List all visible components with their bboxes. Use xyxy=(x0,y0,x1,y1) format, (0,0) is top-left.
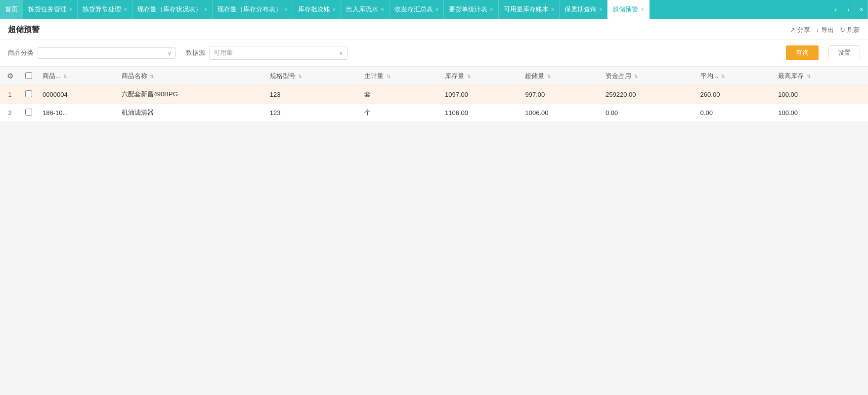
col-spec-sort-icon: ⇅ xyxy=(298,74,302,79)
close-tab-icon[interactable]: × xyxy=(381,6,384,12)
nav-item-recv-send[interactable]: 收发存汇总表× xyxy=(390,0,444,19)
col-max-stock-label: 最高库存 xyxy=(778,72,804,79)
close-tab-icon[interactable]: × xyxy=(641,6,644,12)
col-product-name[interactable]: 商品名称 ⇅ xyxy=(117,67,265,85)
datasource-filter: 数据源 可用量 ∨ xyxy=(186,46,347,60)
nav-item-available-ledger[interactable]: 可用量库存账本× xyxy=(499,0,560,19)
col-spec[interactable]: 规格型号 ⇅ xyxy=(265,67,360,85)
row-overstock-1: 997.00 xyxy=(520,85,601,104)
category-label: 商品分类 xyxy=(8,48,34,57)
row-product-name-2: 机油滤清器 xyxy=(117,104,265,122)
close-tab-icon[interactable]: × xyxy=(124,6,127,12)
row-capital-1: 259220.00 xyxy=(601,85,695,104)
col-max-stock[interactable]: 最高库存 ⇅ xyxy=(773,67,868,85)
col-avg[interactable]: 平均... ⇅ xyxy=(695,67,774,85)
close-tab-icon[interactable]: × xyxy=(333,6,336,12)
col-capital-sort-icon: ⇅ xyxy=(634,74,638,79)
row-stock-2: 1106.00 xyxy=(440,104,521,122)
col-avg-label: 平均... xyxy=(700,72,719,79)
col-product-code[interactable]: 商品... ⇅ xyxy=(38,67,117,85)
nav-item-quality-period[interactable]: 保质期查询× xyxy=(560,0,608,19)
share-button[interactable]: ↗ 分享 xyxy=(790,26,810,35)
datasource-select-value: 可用量 xyxy=(214,48,233,57)
col-overstock-sort-icon: ⇅ xyxy=(547,74,551,79)
page-title: 超储预警 xyxy=(8,25,40,35)
row-checkbox-2[interactable] xyxy=(20,104,38,122)
select-all-checkbox[interactable] xyxy=(25,72,32,79)
col-stock[interactable]: 库存量 ⇅ xyxy=(440,67,521,85)
col-unit[interactable]: 主计量 ⇅ xyxy=(359,67,440,85)
category-select[interactable]: ∨ xyxy=(38,47,176,59)
nav-item-task-mgmt[interactable]: 拣货任务管理× xyxy=(23,0,78,19)
nav-item-home[interactable]: 首页 xyxy=(0,0,23,19)
query-button[interactable]: 查询 xyxy=(786,45,819,60)
gear-icon[interactable]: ⚙ xyxy=(7,72,13,80)
row-capital-2: 0.00 xyxy=(601,104,695,122)
table-container: ⚙ 商品... ⇅ 商品名称 ⇅ 规格型号 ⇅ xyxy=(0,67,868,122)
nav-item-abnormal[interactable]: 拣货异常处理× xyxy=(78,0,132,19)
nav-item-overstock-warning[interactable]: 超储预警× xyxy=(608,0,649,19)
table-row: 2 186-10... 机油滤清器 123 个 1106.00 1006.00 … xyxy=(0,104,868,122)
col-overstock-label: 超储量 xyxy=(525,72,544,79)
nav-prev-arrow[interactable]: ‹ xyxy=(829,0,842,19)
nav-item-inout-flow[interactable]: 出入库流水× xyxy=(341,0,389,19)
close-tab-icon[interactable]: × xyxy=(69,6,72,12)
nav-item-stock-status[interactable]: 现存量（库存状况表）× xyxy=(132,0,213,19)
row-avg-2: 0.00 xyxy=(695,104,774,122)
row-select-checkbox[interactable] xyxy=(25,109,32,116)
col-product-name-label: 商品名称 xyxy=(122,72,147,79)
export-icon: ↓ xyxy=(816,26,820,34)
setting-button[interactable]: 设置 xyxy=(828,45,860,60)
datasource-chevron-icon: ∨ xyxy=(339,50,343,56)
nav-item-stock-dist[interactable]: 现存量（库存分布表）× xyxy=(213,0,293,19)
nav-close-arrow[interactable]: × xyxy=(855,0,868,19)
data-table: ⚙ 商品... ⇅ 商品名称 ⇅ 规格型号 ⇅ xyxy=(0,67,868,122)
close-tab-icon[interactable]: × xyxy=(551,6,554,12)
category-chevron-icon: ∨ xyxy=(168,50,172,56)
row-select-checkbox[interactable] xyxy=(25,90,32,97)
row-spec-1: 123 xyxy=(265,85,360,104)
col-overstock[interactable]: 超储量 ⇅ xyxy=(520,67,601,85)
nav-item-batch[interactable]: 库存批次账× xyxy=(293,0,341,19)
row-product-code-1: 0000004 xyxy=(38,85,117,104)
top-nav: 首页拣货任务管理×拣货异常处理×现存量（库存状况表）×现存量（库存分布表）×库存… xyxy=(0,0,868,19)
col-stock-sort-icon: ⇅ xyxy=(467,74,471,79)
col-spec-label: 规格型号 xyxy=(270,72,296,79)
close-tab-icon[interactable]: × xyxy=(284,6,287,12)
row-num-2: 2 xyxy=(0,104,20,122)
col-product-name-sort-icon: ⇅ xyxy=(150,74,154,79)
nav-next-arrow[interactable]: › xyxy=(842,0,855,19)
row-checkbox-1[interactable] xyxy=(20,85,38,104)
col-avg-sort-icon: ⇅ xyxy=(721,74,725,79)
category-filter: 商品分类 ∨ xyxy=(8,47,176,59)
col-product-code-sort-icon: ⇅ xyxy=(63,74,67,79)
refresh-button[interactable]: ↻ 刷新 xyxy=(840,26,860,35)
share-icon: ↗ xyxy=(790,26,795,34)
refresh-icon: ↻ xyxy=(840,26,845,34)
page-container: 超储预警 ↗ 分享 ↓ 导出 ↻ 刷新 商品分类 ∨ 数据源 xyxy=(0,19,868,122)
close-tab-icon[interactable]: × xyxy=(435,6,438,12)
row-spec-2: 123 xyxy=(265,104,360,122)
export-button[interactable]: ↓ 导出 xyxy=(816,26,834,35)
row-max-stock-2: 100.00 xyxy=(773,104,868,122)
filter-bar: 商品分类 ∨ 数据源 可用量 ∨ 查询 设置 xyxy=(0,40,868,67)
close-tab-icon[interactable]: × xyxy=(599,6,602,12)
nav-item-order-stat[interactable]: 要货单统计表× xyxy=(444,0,498,19)
close-tab-icon[interactable]: × xyxy=(204,6,207,12)
row-product-name-1: 六配套新昌490BPG xyxy=(117,85,265,104)
datasource-select[interactable]: 可用量 ∨ xyxy=(209,46,347,60)
col-capital[interactable]: 资金占用 ⇅ xyxy=(601,67,695,85)
row-product-code-2: 186-10... xyxy=(38,104,117,122)
row-overstock-2: 1006.00 xyxy=(520,104,601,122)
close-tab-icon[interactable]: × xyxy=(490,6,493,12)
row-unit-2: 个 xyxy=(359,104,440,122)
row-unit-1: 套 xyxy=(359,85,440,104)
col-stock-label: 库存量 xyxy=(445,72,464,79)
col-gear: ⚙ xyxy=(0,67,20,85)
row-max-stock-1: 100.00 xyxy=(773,85,868,104)
table-row: 1 0000004 六配套新昌490BPG 123 套 1097.00 997.… xyxy=(0,85,868,104)
col-checkbox xyxy=(20,67,38,85)
datasource-label: 数据源 xyxy=(186,48,205,57)
row-avg-1: 260.00 xyxy=(695,85,774,104)
row-stock-1: 1097.00 xyxy=(440,85,521,104)
